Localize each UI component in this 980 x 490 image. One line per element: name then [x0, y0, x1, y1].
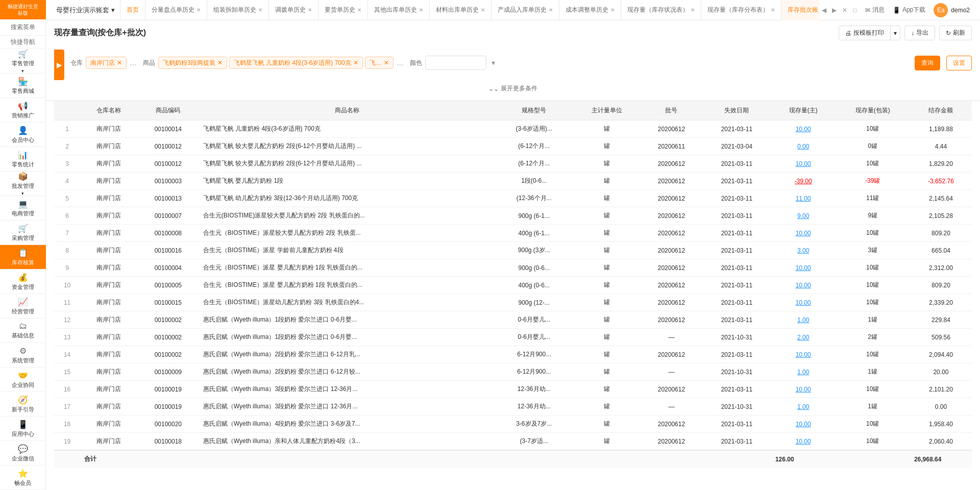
sidebar-item-ops[interactable]: 📈经营管理 [0, 294, 46, 318]
tab-close-all-btn[interactable]: ✕ [840, 0, 850, 20]
sidebar-item-stats[interactable]: 📊零售统计 [0, 147, 46, 172]
color-input[interactable] [425, 56, 486, 70]
goods-tag-1[interactable]: 飞鹤星飞帆 儿童奶粉 4段(3-6岁适用) 700克✕ [229, 57, 363, 69]
goods-tag-2[interactable]: 飞…✕ [365, 57, 394, 69]
tab-close-9[interactable]: ✕ [691, 7, 695, 13]
tab-item-10[interactable]: 现存量（库存分布表）✕ [701, 0, 781, 20]
row-qty-main[interactable]: -39.00 [771, 173, 836, 190]
export-btn[interactable]: ↓ 导出 [904, 26, 935, 40]
tab-next-btn[interactable]: ▶ [829, 0, 840, 20]
row-batch: — [641, 398, 702, 415]
tab-item-6[interactable]: 材料出库单历史✕ [430, 0, 492, 20]
tab-close-2[interactable]: ✕ [258, 7, 262, 13]
print-dropdown-btn[interactable]: ▾ [891, 27, 900, 39]
row-no: 15 [54, 363, 80, 381]
sidebar-item-ecommerce[interactable]: 💻电商管理 [0, 196, 46, 220]
sidebar-item-finance[interactable]: 💰资金管理 [0, 270, 46, 294]
sidebar-item-guide[interactable]: 🧭新手引导 [0, 392, 46, 416]
tab-close-7[interactable]: ✕ [549, 7, 553, 13]
settings-btn[interactable]: 设置 [946, 56, 972, 70]
tab-close-5[interactable]: ✕ [419, 7, 423, 13]
row-qty-main[interactable]: 10.00 [771, 346, 836, 363]
sidebar-item-appcenter[interactable]: 📱应用中心 [0, 416, 46, 441]
sidebar-item-vip[interactable]: ⭐畅会员 [0, 465, 46, 490]
goods-tag-close-1[interactable]: ✕ [353, 59, 358, 66]
row-expiry: 2021-03-11 [702, 277, 771, 294]
row-qty-main[interactable]: 1.00 [771, 398, 836, 415]
color-dropdown-icon[interactable]: ▾ [492, 59, 495, 67]
app-download-btn[interactable]: 📱 App下载 [893, 6, 925, 14]
quick-nav[interactable]: 快捷导航 [0, 36, 46, 49]
row-qty-main[interactable]: 10.00 [771, 415, 836, 433]
warehouse-more[interactable]: … [130, 59, 137, 67]
filter-expand-btn[interactable]: ▶ [54, 50, 64, 80]
sidebar-item-marketing[interactable]: 📢营销推广 [0, 98, 46, 122]
expand-more[interactable]: ⌄⌄ 展开更多条件 [54, 82, 972, 95]
tab-close-1[interactable]: ✕ [197, 7, 201, 13]
row-qty-main[interactable]: 3.00 [771, 242, 836, 259]
app-logo[interactable]: 畅捷通好生意 标版 [0, 0, 46, 19]
goods-tag-close-2[interactable]: ✕ [384, 59, 389, 66]
tab-item-5[interactable]: 其他出库单历史✕ [368, 0, 430, 20]
message-btn[interactable]: ✉ 消息 [865, 6, 885, 14]
query-btn[interactable]: 查询 [915, 56, 940, 70]
sidebar-item-shop[interactable]: 🏪零售商城 [0, 74, 46, 98]
row-qty-main[interactable]: 0.00 [771, 138, 836, 155]
sidebar-item-wholesale[interactable]: 📦批发管理▾ [0, 172, 46, 196]
print-btn[interactable]: 🖨 按模板打印 [839, 26, 891, 40]
sidebar-item-corp[interactable]: 🤝企业协同 [0, 368, 46, 392]
row-amount: 665.04 [910, 242, 972, 259]
tab-close-8[interactable]: ✕ [610, 7, 615, 13]
user-menu[interactable]: Ea demo2 [934, 3, 970, 17]
tab-close-10[interactable]: ✕ [771, 7, 775, 13]
tab-menu-btn[interactable]: □ [850, 0, 860, 20]
row-qty-main[interactable]: 10.00 [771, 259, 836, 277]
goods-tag-0[interactable]: 飞鹤奶粉3段两提装✕ [158, 57, 227, 69]
row-qty-main[interactable]: 10.00 [771, 120, 836, 138]
tab-item-1[interactable]: 分量盘点单历史✕ [145, 0, 207, 20]
row-qty-main[interactable]: 1.00 [771, 311, 836, 329]
row-qty-main[interactable]: 2.00 [771, 329, 836, 346]
tab-item-2[interactable]: 组装拆卸单历史✕ [207, 0, 269, 20]
row-qty-main[interactable]: 10.00 [771, 294, 836, 311]
row-qty-main[interactable]: 10.00 [771, 433, 836, 451]
tab-item-0[interactable]: 首页 [120, 0, 145, 20]
row-qty-main[interactable]: 10.00 [771, 155, 836, 173]
refresh-btn[interactable]: ↻ 刷新 [939, 26, 972, 40]
sidebar-item-base[interactable]: 🗂基础信息 [0, 318, 46, 343]
row-qty-main[interactable]: 9.00 [771, 207, 836, 225]
warehouse-tag-close[interactable]: ✕ [117, 59, 122, 66]
sidebar-item-member[interactable]: 👤会员中心 [0, 122, 46, 147]
sidebar-item-wechat[interactable]: 💬企业微信 [0, 441, 46, 465]
sidebar-item-purchase[interactable]: 🛒采购管理 [0, 220, 46, 245]
row-qty-main[interactable]: 10.00 [771, 225, 836, 242]
row-batch: — [641, 363, 702, 381]
row-qty-main[interactable]: 10.00 [771, 277, 836, 294]
warehouse-tag[interactable]: 南岸门店 ✕ [86, 57, 127, 69]
tab-prev-btn[interactable]: ◀ [819, 0, 829, 20]
search-trigger[interactable]: 搜索英单 [0, 19, 46, 36]
row-qty-main[interactable]: 1.00 [771, 363, 836, 381]
goods-more[interactable]: … [397, 59, 404, 67]
account-dropdown[interactable]: 母婴行业演示账套 ▾ [51, 0, 120, 20]
tab-close-3[interactable]: ✕ [308, 7, 312, 13]
tab-item-7[interactable]: 产成品入库单历史✕ [492, 0, 559, 20]
row-batch: 20200612 [641, 433, 702, 451]
sidebar-item-retail[interactable]: 🛒零售管理▾ [0, 49, 46, 74]
row-unit: 罐 [573, 294, 641, 311]
tab-item-8[interactable]: 成本调整单历史✕ [559, 0, 621, 20]
sidebar-item-inventory[interactable]: 📋库存核算 [0, 245, 46, 270]
tab-item-3[interactable]: 调拨单历史✕ [269, 0, 318, 20]
tab-item-11[interactable]: 库存批次账✕ [781, 0, 819, 20]
sidebar-item-system[interactable]: ⚙系统管理 [0, 343, 46, 368]
row-batch: 20200612 [641, 259, 702, 277]
row-warehouse: 南岸门店 [80, 259, 137, 277]
tab-item-4[interactable]: 要货单历史✕ [318, 0, 368, 20]
row-qty-main[interactable]: 11.00 [771, 190, 836, 207]
row-qty-main[interactable]: 10.00 [771, 381, 836, 398]
goods-tag-close-0[interactable]: ✕ [217, 59, 223, 66]
tab-close-6[interactable]: ✕ [481, 7, 485, 13]
tab-close-4[interactable]: ✕ [357, 7, 361, 13]
tab-item-9[interactable]: 现存量（库存状况表）✕ [621, 0, 701, 20]
row-unit: 罐 [573, 381, 641, 398]
